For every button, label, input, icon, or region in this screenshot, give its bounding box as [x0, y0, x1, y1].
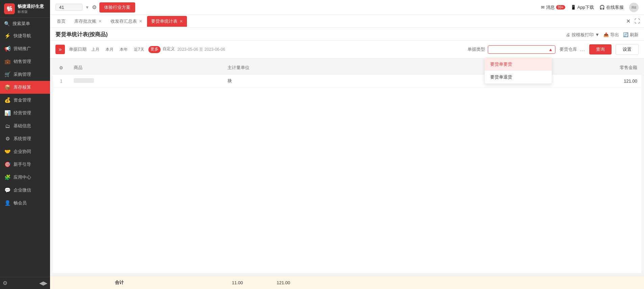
- page-actions: 🖨 按模板打印 ▼ 📤 导出 🔄 刷新: [566, 32, 639, 38]
- filter-type-label: 单据类型: [468, 46, 485, 52]
- sidebar-item-label: 销售管理: [14, 59, 31, 65]
- filter-type-wrapper: ▲: [488, 45, 555, 54]
- tab-controls: ✕ ⛶: [625, 17, 641, 26]
- tab-receive-summary-close[interactable]: ✕: [139, 19, 142, 24]
- type-dropdown-menu: 要货单要货 要货单退货: [484, 58, 552, 84]
- sidebar-settings-icon[interactable]: ⚙: [3, 280, 7, 286]
- page-title: 要货单统计表(按商品): [55, 31, 108, 38]
- export-label: 导出: [610, 32, 619, 38]
- sidebar-item-label: 资金管理: [14, 97, 31, 103]
- tab-request-summary[interactable]: 要货单统计表 ✕: [147, 16, 187, 27]
- sidebar-search[interactable]: 🔍 搜索菜单: [0, 18, 50, 29]
- export-icon: 📤: [603, 32, 609, 37]
- app-download-label: App下载: [577, 4, 594, 10]
- sidebar-item-label: 应用中心: [14, 174, 31, 180]
- tab-home[interactable]: 首页: [53, 16, 70, 27]
- product-placeholder: [74, 78, 94, 83]
- tab-bar: 首页 库存批次账 ✕ 收发存汇总表 ✕ 要货单统计表 ✕ ✕ ⛶: [50, 15, 644, 28]
- marketing-icon: 📢: [4, 46, 11, 52]
- refresh-btn[interactable]: 🔄 刷新: [623, 32, 639, 38]
- system-icon: ⚙: [4, 136, 11, 142]
- brand-sub: 标准版: [18, 9, 44, 14]
- sidebar-item-label: 经营管理: [14, 110, 31, 116]
- sidebar-item-operations[interactable]: 📊 经营管理: [0, 107, 50, 119]
- sidebar-item-member[interactable]: 👤 畅会员: [0, 197, 50, 209]
- sidebar-item-label: 系统管理: [14, 136, 31, 142]
- topbar-number: 41: [55, 4, 82, 11]
- filter-area: » 单据日期 上月 本月 本年 近7天 更多 自定义 2023-05-06 至 …: [50, 41, 644, 59]
- tab-inventory-batch-label: 库存批次账: [74, 18, 96, 24]
- row-num: 1: [53, 74, 70, 88]
- filter-type-group: 单据类型 ▲ 要货单要货 要货单退货: [468, 45, 555, 54]
- online-service-item[interactable]: 🎧 在线客服: [599, 4, 624, 10]
- mobile-icon: 📱: [571, 5, 576, 10]
- row-product: [70, 74, 223, 88]
- sales-icon: 💼: [4, 59, 11, 65]
- print-dropdown-icon[interactable]: ▼: [595, 32, 599, 37]
- member-icon: 👤: [4, 200, 11, 206]
- footer-label: 合计: [54, 280, 124, 286]
- filter-expand-btn[interactable]: »: [55, 45, 65, 54]
- dropdown-item-request-goods[interactable]: 要货单要货: [485, 58, 552, 71]
- sidebar-item-guide[interactable]: 🎯 新手引导: [0, 158, 50, 171]
- topbar-dropdown-icon[interactable]: ▼: [85, 5, 89, 10]
- filter-more-badge[interactable]: 更多: [148, 46, 161, 53]
- sidebar-item-label: 基础信息: [14, 123, 31, 129]
- appstore-icon: 🧩: [4, 174, 11, 180]
- quick-nav-icon: ⚡: [4, 33, 11, 39]
- operations-icon: 📊: [4, 110, 11, 116]
- sidebar-item-appstore[interactable]: 🧩 应用中心: [0, 171, 50, 184]
- filter-last-7days[interactable]: 近7天: [132, 46, 146, 53]
- dropdown-item-return-goods[interactable]: 要货单退货: [485, 71, 552, 84]
- filter-date-range: 2023-05-06 至 2023-06-06: [177, 47, 225, 52]
- tab-request-summary-close[interactable]: ✕: [180, 19, 183, 24]
- filter-custom[interactable]: 自定义: [163, 46, 175, 53]
- sidebar-item-system[interactable]: ⚙ 系统管理: [0, 132, 50, 145]
- chevron-up-icon[interactable]: ▲: [548, 47, 553, 52]
- sidebar-item-purchase[interactable]: 🛒 采购管理: [0, 68, 50, 81]
- tab-inventory-batch-close[interactable]: ✕: [98, 19, 102, 24]
- app-download-item[interactable]: 📱 App下载: [571, 4, 594, 10]
- user-avatar[interactable]: Rit: [629, 3, 639, 12]
- filter-this-year[interactable]: 本年: [118, 46, 130, 53]
- messages-item[interactable]: ✉ 消息 99+: [541, 4, 565, 10]
- sidebar-logo: 畅 畅捷通好生意 标准版: [0, 0, 50, 18]
- trial-btn[interactable]: 体验行业方案: [99, 2, 135, 13]
- settings-button[interactable]: 设置: [616, 44, 639, 55]
- export-btn[interactable]: 📤 导出: [603, 32, 619, 38]
- sidebar-item-enterprise[interactable]: 🤝 企业协同: [0, 145, 50, 158]
- sidebar-collapse-button[interactable]: ◀▶: [39, 280, 47, 286]
- sidebar-item-label: 快捷导航: [14, 33, 31, 39]
- query-button[interactable]: 查询: [589, 44, 612, 54]
- sidebar-item-label: 库存核算: [14, 84, 31, 90]
- print-template-btn[interactable]: 🖨 按模板打印 ▼: [566, 32, 599, 38]
- refresh-icon: 🔄: [623, 32, 628, 37]
- refresh-label: 刷新: [630, 32, 639, 38]
- filter-warehouse-group: 要货仓库 …: [559, 46, 585, 52]
- sidebar-item-marketing[interactable]: 📢 营销推广: [0, 42, 50, 55]
- main-area: 41 ▼ ⚙ 体验行业方案 ✉ 消息 99+ 📱 App下载 🎧 在线客服 Ri…: [50, 0, 644, 289]
- filter-date-buttons: 上月 本月 本年 近7天 更多 自定义: [89, 46, 175, 53]
- filter-type-input[interactable]: [488, 45, 555, 54]
- table-footer: 合计 11.00 121.00: [50, 276, 644, 289]
- sidebar-item-sales[interactable]: 💼 销售管理: [0, 55, 50, 68]
- sidebar-item-finance[interactable]: 💰 资金管理: [0, 94, 50, 107]
- brand-icon: 畅: [4, 3, 15, 14]
- sidebar-item-quick-nav[interactable]: ⚡ 快捷导航: [0, 29, 50, 42]
- topbar-settings-icon[interactable]: ⚙: [92, 4, 97, 10]
- tab-close-all[interactable]: ✕: [625, 17, 632, 26]
- sidebar: 畅 畅捷通好生意 标准版 🔍 搜索菜单 ⚡ 快捷导航 📢 营销推广 💼 销售管理…: [0, 0, 50, 289]
- tab-receive-summary-label: 收发存汇总表: [111, 18, 137, 24]
- tab-receive-summary[interactable]: 收发存汇总表 ✕: [106, 16, 146, 27]
- sidebar-item-inventory[interactable]: 📦 库存核算: [0, 81, 50, 94]
- filter-this-month[interactable]: 本月: [103, 46, 116, 53]
- tab-maximize[interactable]: ⛶: [633, 17, 641, 26]
- warehouse-more-icon[interactable]: …: [580, 46, 585, 52]
- filter-last-month[interactable]: 上月: [89, 46, 101, 53]
- tab-inventory-batch[interactable]: 库存批次账 ✕: [70, 16, 106, 27]
- sidebar-search-label: 搜索菜单: [13, 21, 30, 27]
- message-icon: ✉: [541, 5, 545, 10]
- sidebar-item-wechat[interactable]: 💬 企业微信: [0, 184, 50, 197]
- col-settings[interactable]: ⚙: [53, 61, 70, 74]
- sidebar-item-basic[interactable]: 🗂 基础信息: [0, 119, 50, 132]
